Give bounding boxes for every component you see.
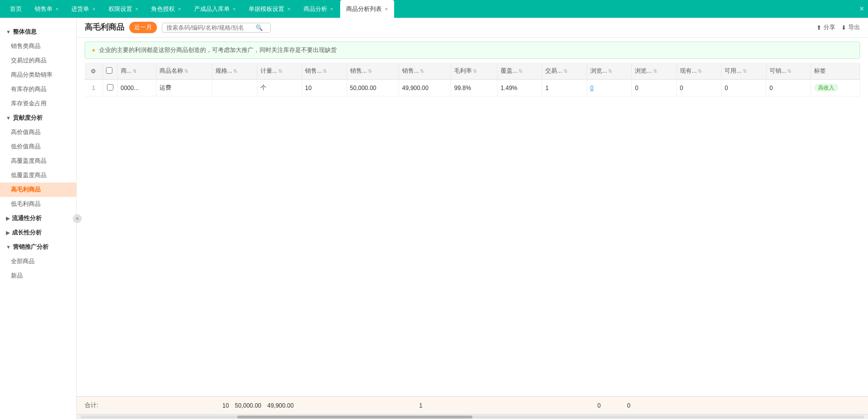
td-sale-qty: 10 — [302, 80, 347, 96]
footer-sale-amount: 50,000.00 — [232, 402, 264, 409]
th-code[interactable]: 商...⇅ — [117, 63, 156, 80]
sidebar-item-category-rate[interactable]: 商品分类助销率 — [0, 68, 76, 82]
sidebar-group-growth[interactable]: ▶ 成长性分析 — [0, 226, 76, 240]
th-stock1[interactable]: 现有...⇅ — [676, 63, 721, 80]
footer-empty4 — [475, 402, 524, 409]
th-stock2[interactable]: 可用...⇅ — [721, 63, 766, 80]
footer-empty1 — [297, 402, 346, 409]
time-filter-button[interactable]: 近一月 — [129, 22, 157, 33]
sidebar-item-high-value[interactable]: 高价值商品 — [0, 125, 76, 140]
sort-icon-9: ⇅ — [518, 68, 522, 74]
nav-purchase-close[interactable]: × — [92, 6, 95, 12]
scrollbar-track[interactable] — [81, 416, 864, 419]
select-all-checkbox[interactable] — [106, 67, 112, 74]
nav-template[interactable]: 单据模板设置 × — [243, 0, 296, 18]
sidebar-item-low-margin[interactable]: 低毛利商品 — [0, 197, 76, 211]
th-browse1[interactable]: 浏览...⇅ — [587, 63, 632, 80]
nav-sales-close[interactable]: × — [55, 6, 58, 12]
nav-role-close[interactable]: × — [178, 6, 181, 12]
td-checkbox[interactable] — [102, 80, 117, 96]
nav-permission[interactable]: 权限设置 × — [102, 0, 144, 18]
th-sale-profit[interactable]: 销售...⇅ — [399, 63, 451, 80]
sidebar-item-sales-goods[interactable]: 销售类商品 — [0, 39, 76, 53]
sort-icon-7: ⇅ — [420, 68, 424, 74]
nav-purchase[interactable]: 进货单 × — [65, 0, 101, 18]
th-settings[interactable]: ⚙ — [85, 63, 102, 80]
sidebar-group-marketing-items: 全部商品 新品 — [0, 254, 76, 283]
sidebar-group-liquidity[interactable]: ▶ 流通性分析 — [0, 211, 76, 226]
th-sale-amount[interactable]: 销售...⇅ — [347, 63, 399, 80]
th-coverage[interactable]: 覆盖...⇅ — [497, 63, 542, 80]
search-box: 🔍 — [162, 23, 271, 33]
content-area: 高毛利商品 近一月 🔍 ⬆ 分享 ⬇ 导出 ✦ 企业的主 — [77, 18, 868, 419]
nav-goods-analysis-list[interactable]: 商品分析列表 × — [340, 0, 394, 18]
horizontal-scrollbar[interactable] — [77, 414, 868, 419]
sort-icon-14: ⇅ — [743, 68, 747, 74]
th-name[interactable]: 商品名称⇅ — [156, 63, 212, 80]
header-right: ⬆ 分享 ⬇ 导出 — [817, 23, 860, 32]
nav-role[interactable]: 角色授权 × — [145, 0, 187, 18]
sidebar-item-high-margin[interactable]: 高毛利商品 — [0, 183, 76, 197]
footer-cells: 10 50,000.00 49,900.00 1 0 0 — [103, 402, 860, 409]
main-layout: « ▼ 整体信息 销售类商品 交易过的商品 商品分类助销率 有库存的商品 库存资… — [0, 18, 868, 419]
table-footer: 合计: 10 50,000.00 49,900.00 1 0 0 — [77, 396, 868, 414]
sort-icon-2: ⇅ — [184, 68, 188, 74]
sidebar-item-high-coverage[interactable]: 高覆盖度商品 — [0, 154, 76, 168]
sort-icon-11: ⇅ — [608, 68, 612, 74]
th-tx-count[interactable]: 交易...⇅ — [542, 63, 587, 80]
nav-close-all[interactable]: × — [860, 4, 864, 13]
sidebar-group-contribution-items: 高价值商品 低价值商品 高覆盖度商品 低覆盖度商品 高毛利商品 低毛利商品 — [0, 125, 76, 211]
footer-label: 合计: — [85, 401, 98, 410]
nav-goods-analysis-close[interactable]: × — [330, 6, 333, 12]
sidebar-item-low-coverage[interactable]: 低覆盖度商品 — [0, 168, 76, 183]
th-unit[interactable]: 计量...⇅ — [257, 63, 302, 80]
footer-sale-qty-val: 10 — [202, 402, 232, 409]
sidebar-group-marketing[interactable]: ▼ 营销推广分析 — [0, 240, 76, 254]
scrollbar-thumb[interactable] — [237, 416, 472, 419]
td-coverage: 1.49% — [497, 80, 542, 96]
sort-icon-6: ⇅ — [368, 68, 372, 74]
export-button[interactable]: ⬇ 导出 — [841, 23, 860, 32]
chevron-right-icon-2: ▶ — [6, 230, 10, 235]
th-sale-qty[interactable]: 销售...⇅ — [302, 63, 347, 80]
th-browse2[interactable]: 浏览...⇅ — [632, 63, 677, 80]
nav-finished-goods[interactable]: 产成品入库单 × — [188, 0, 242, 18]
row-checkbox[interactable] — [107, 84, 113, 91]
tip-icon: ✦ — [91, 47, 96, 54]
th-stock3[interactable]: 可销...⇅ — [766, 63, 811, 80]
sidebar-group-overall[interactable]: ▼ 整体信息 — [0, 25, 76, 39]
sidebar-item-stock-fund[interactable]: 库存资金占用 — [0, 96, 76, 111]
data-table: ⚙ 商...⇅ 商品名称⇅ 规格...⇅ 计量...⇅ 销售...⇅ 销售...… — [85, 63, 860, 96]
sort-icon-5: ⇅ — [323, 68, 327, 74]
sidebar-group-contribution[interactable]: ▼ 贡献度分析 — [0, 111, 76, 125]
nav-template-close[interactable]: × — [287, 6, 290, 12]
nav-goods-analysis-list-close[interactable]: × — [385, 6, 388, 12]
sidebar-item-all-goods[interactable]: 全部商品 — [0, 254, 76, 269]
td-sale-amount: 50,000.00 — [347, 80, 399, 96]
nav-goods-analysis[interactable]: 商品分析 × — [298, 0, 339, 18]
sidebar-item-traded-goods[interactable]: 交易过的商品 — [0, 53, 76, 68]
th-checkbox[interactable] — [102, 63, 117, 80]
sort-icon-13: ⇅ — [698, 68, 702, 74]
td-sale-profit: 49,900.00 — [399, 80, 451, 96]
nav-finished-goods-close[interactable]: × — [233, 6, 236, 12]
sidebar: « ▼ 整体信息 销售类商品 交易过的商品 商品分类助销率 有库存的商品 库存资… — [0, 18, 77, 419]
th-spec[interactable]: 规格...⇅ — [212, 63, 257, 80]
nav-permission-close[interactable]: × — [135, 6, 138, 12]
sort-icon-4: ⇅ — [278, 68, 282, 74]
nav-home[interactable]: 首页 — [4, 0, 28, 18]
td-browse1[interactable]: 0 — [587, 80, 632, 96]
td-unit: 个 — [257, 80, 302, 96]
chevron-down-icon-3: ▼ — [6, 244, 11, 250]
sidebar-item-stock-goods[interactable]: 有库存的商品 — [0, 82, 76, 96]
sidebar-item-new-goods[interactable]: 新品 — [0, 269, 76, 283]
share-button[interactable]: ⬆ 分享 — [817, 23, 835, 32]
sidebar-item-low-value[interactable]: 低价值商品 — [0, 140, 76, 154]
nav-sales[interactable]: 销售单 × — [29, 0, 64, 18]
search-icon[interactable]: 🔍 — [255, 24, 263, 31]
chevron-down-icon-2: ▼ — [6, 115, 11, 121]
search-input[interactable] — [166, 24, 255, 31]
td-browse2: 0 — [632, 80, 677, 96]
sort-icon-10: ⇅ — [563, 68, 567, 74]
th-gross-margin[interactable]: 毛利率⇅ — [451, 63, 498, 80]
